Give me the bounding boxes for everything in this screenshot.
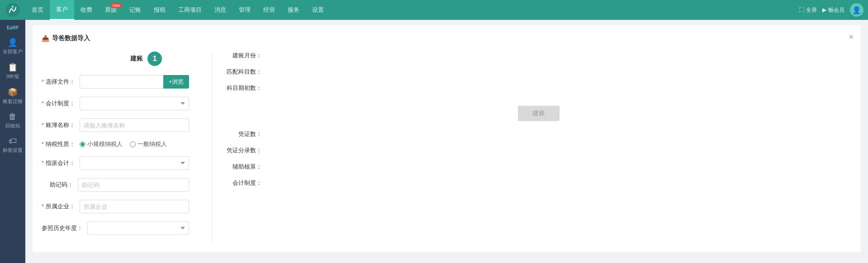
company-input[interactable] <box>80 200 190 213</box>
accounting-system-label: 会计制度： <box>42 99 80 108</box>
nav-fee[interactable]: 收费 <box>74 0 99 20</box>
voucher-entries-row: 凭证分录数： <box>226 146 852 155</box>
assistant-code-row: 助记码： <box>42 178 189 192</box>
nav-invoice[interactable]: 票据 new <box>99 0 123 20</box>
history-year-select[interactable] <box>87 221 189 235</box>
tax-general-radio[interactable] <box>130 141 136 147</box>
file-input[interactable] <box>80 75 163 89</box>
accounting-system-row: 会计制度： <box>42 97 189 110</box>
nav-operation[interactable]: 经营 <box>257 0 281 20</box>
sidebar-item-account-migration[interactable]: 📦 账套迁移 <box>0 84 25 108</box>
history-year-row: 参照历史年度： <box>42 221 189 235</box>
vertical-divider <box>212 52 212 243</box>
sidebar: EaRP 👤 全部客户 📋 0申报 📦 账套迁移 🗑 回收站 🏷 标签设置 <box>0 20 25 263</box>
build-month-row: 建账月份： <box>226 52 852 60</box>
accountant-row: 指派会计： <box>42 156 189 170</box>
select-file-label: 选择文件： <box>42 78 80 86</box>
sidebar-item-recycle[interactable]: 🗑 回收站 <box>0 108 25 133</box>
topnav-right: ⛶ 全屏 ▶ 畅会员 👤 <box>799 3 863 17</box>
right-accounting-system-label: 会计制度： <box>226 179 266 187</box>
assistant-code-label: 助记码： <box>42 181 78 189</box>
fullscreen-icon: ⛶ <box>799 7 804 13</box>
nav-manage[interactable]: 管理 <box>232 0 257 20</box>
history-year-label: 参照历史年度： <box>42 224 87 232</box>
svg-point-1 <box>11 5 14 8</box>
step-circle: 1 <box>147 52 162 66</box>
initial-subjects-label: 科目期初数： <box>226 84 266 92</box>
video-icon: ▶ <box>822 7 826 13</box>
nav-bookkeeping[interactable]: 记账 <box>123 0 147 20</box>
accountant-select[interactable] <box>80 156 190 170</box>
build-account-button[interactable]: 建账 <box>518 106 560 121</box>
member-btn[interactable]: ▶ 畅会员 <box>822 6 844 14</box>
step-header: 建账 1 <box>42 52 189 66</box>
content-panel: 📥 导爸数据导入 × 建账 1 选择文件： +浏览 <box>33 25 861 252</box>
recycle-icon: 🗑 <box>9 112 17 122</box>
tax-general-radio-label[interactable]: 一般纳税人 <box>130 140 167 148</box>
form-layout: 建账 1 选择文件： +浏览 会计制度： <box>42 52 852 243</box>
vouchers-row: 凭证数： <box>226 130 852 138</box>
sidebar-logo: EaRP <box>0 23 25 34</box>
sidebar-item-tag-settings[interactable]: 🏷 标签设置 <box>0 133 25 157</box>
tax-small-radio[interactable] <box>80 141 85 147</box>
tag-settings-icon: 🏷 <box>9 136 17 146</box>
ledger-name-input[interactable] <box>80 118 190 132</box>
company-row: 所属企业： <box>42 200 189 213</box>
tax-type-radio-group: 小规模纳税人 一般纳税人 <box>80 140 190 148</box>
build-month-label: 建账月份： <box>226 52 266 60</box>
build-btn-container: 建账 <box>226 101 852 121</box>
company-label: 所属企业： <box>42 202 80 211</box>
form-right: 建账月份： 匹配科目数： 科目期初数： 建账 <box>217 52 852 243</box>
ledger-name-row: 账簿名称： <box>42 118 189 132</box>
form-left: 建账 1 选择文件： +浏览 会计制度： <box>42 52 207 243</box>
all-customers-icon: 👤 <box>8 38 18 47</box>
right-accounting-system-row: 会计制度： <box>226 179 852 187</box>
nav-customer[interactable]: 客户 <box>50 0 74 20</box>
tax-small-radio-label[interactable]: 小规模纳税人 <box>80 140 123 148</box>
sidebar-item-zero-declaration[interactable]: 📋 0申报 <box>0 59 25 84</box>
file-input-group: +浏览 <box>80 75 190 89</box>
top-navbar: 首页 客户 收费 票据 new 记账 报税 工商项目 消息 管理 经营 服务 设… <box>0 0 868 20</box>
app-logo <box>5 2 21 18</box>
auxiliary-label: 辅助核算： <box>226 163 266 171</box>
initial-subjects-row: 科目期初数： <box>226 84 852 92</box>
fullscreen-btn[interactable]: ⛶ 全屏 <box>799 6 817 14</box>
zero-declaration-icon: 📋 <box>8 62 18 72</box>
account-migration-icon: 📦 <box>8 87 18 97</box>
new-badge: new <box>111 3 121 8</box>
accounting-system-select[interactable] <box>80 97 190 110</box>
match-subjects-row: 匹配科目数： <box>226 68 852 76</box>
nav-settings[interactable]: 设置 <box>306 0 330 20</box>
nav-tax[interactable]: 报税 <box>147 0 172 20</box>
select-file-row: 选择文件： +浏览 <box>42 75 189 89</box>
nav-service[interactable]: 服务 <box>281 0 306 20</box>
auxiliary-row: 辅助核算： <box>226 163 852 171</box>
tax-type-row: 纳税性质： 小规模纳税人 一般纳税人 <box>42 140 189 148</box>
main-content: 📥 导爸数据导入 × 建账 1 选择文件： +浏览 <box>25 20 868 263</box>
match-subjects-label: 匹配科目数： <box>226 68 266 76</box>
assistant-code-input[interactable] <box>78 178 189 192</box>
avatar[interactable]: 👤 <box>850 3 863 17</box>
accountant-label: 指派会计： <box>42 159 80 167</box>
ledger-name-label: 账簿名称： <box>42 121 80 129</box>
import-icon: 📥 <box>42 35 49 42</box>
nav-home[interactable]: 首页 <box>25 0 50 20</box>
voucher-entries-label: 凭证分录数： <box>226 146 266 155</box>
main-layout: EaRP 👤 全部客户 📋 0申报 📦 账套迁移 🗑 回收站 🏷 标签设置 📥 … <box>0 20 868 263</box>
vouchers-label: 凭证数： <box>226 130 266 138</box>
nav-items: 首页 客户 收费 票据 new 记账 报税 工商项目 消息 管理 经营 服务 设… <box>25 0 799 20</box>
panel-title: 📥 导爸数据导入 <box>42 34 852 42</box>
sidebar-item-all-customers[interactable]: 👤 全部客户 <box>0 34 25 59</box>
nav-message[interactable]: 消息 <box>208 0 232 20</box>
close-button[interactable]: × <box>849 33 854 42</box>
tax-type-label: 纳税性质： <box>42 140 80 148</box>
nav-business[interactable]: 工商项目 <box>172 0 208 20</box>
browse-button[interactable]: +浏览 <box>163 75 190 89</box>
